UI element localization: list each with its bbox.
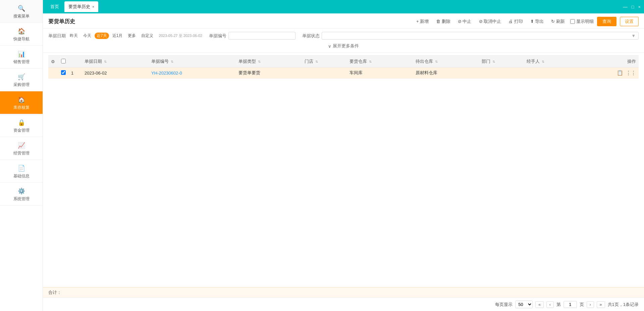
- query-button[interactable]: 查询: [597, 17, 616, 26]
- setting-button[interactable]: 设置: [620, 17, 639, 26]
- date-range-display: 2023-05-27 至 2023-06-02: [159, 33, 202, 38]
- page-size-select[interactable]: 20 50 100 200: [515, 301, 533, 308]
- date-more[interactable]: 更多: [126, 33, 138, 39]
- tab-active[interactable]: 要货单历史 ×: [64, 1, 98, 12]
- date-custom[interactable]: 自定义: [139, 33, 155, 39]
- reqwh-sort-icon[interactable]: ⇅: [369, 60, 372, 63]
- th-date: 单据日期 ⇅: [82, 56, 149, 68]
- sidebar-item-basicinfo[interactable]: 📄 基础信息: [0, 160, 43, 183]
- table-header-row: ⚙ 单据日期 ⇅ 单据编号 ⇅: [48, 56, 639, 68]
- sidebar-item-inventory[interactable]: 🏠 库存核算: [0, 91, 43, 114]
- docno-sort-icon[interactable]: ⇅: [171, 60, 173, 63]
- tab-home[interactable]: 首页: [46, 1, 63, 12]
- stop-button[interactable]: ⊘ 中止: [456, 17, 474, 26]
- new-button[interactable]: + 新增: [414, 17, 431, 26]
- last-page-btn[interactable]: »: [597, 301, 605, 308]
- date-today[interactable]: 今天: [81, 33, 93, 39]
- row-store: [302, 68, 347, 79]
- row-ops: 📋 ⋮⋮: [580, 68, 639, 79]
- display-detail-checkbox[interactable]: [570, 19, 575, 24]
- settings-gear-icon[interactable]: ⚙: [51, 59, 55, 64]
- row-settings: [48, 68, 58, 79]
- delete-button[interactable]: 🗑 删除: [434, 17, 452, 26]
- inventory-icon: 🏠: [18, 96, 25, 103]
- purchase-icon: 🛒: [18, 73, 25, 81]
- th-settings: ⚙: [48, 56, 58, 68]
- th-ops: 操作: [580, 56, 639, 68]
- row-docno: YH-20230602-0: [149, 68, 236, 79]
- th-doctype-label: 单据类型: [238, 59, 256, 64]
- doctype-sort-icon[interactable]: ⇅: [258, 60, 261, 63]
- tab-home-label: 首页: [50, 4, 59, 10]
- expand-more-btn[interactable]: ∨ 展开更多条件: [48, 42, 639, 50]
- sidebar: 🔍 搜索菜单 🏠 快捷导航 📊 销售管理 🛒 采购管理 🏠 库存核算 🔒 资金管…: [0, 0, 43, 311]
- search-menu-icon: 🔍: [18, 5, 25, 12]
- sidebar-item-system[interactable]: ⚙️ 系统管理: [0, 183, 43, 206]
- page-number-input[interactable]: [564, 301, 577, 308]
- display-detail-toggle[interactable]: 显示明细: [570, 18, 594, 25]
- row-date: 2023-06-02: [82, 68, 149, 79]
- th-docno: 单据编号 ⇅: [149, 56, 236, 68]
- row-more-icon[interactable]: ⋮⋮: [626, 70, 636, 76]
- page-label: 第: [556, 302, 561, 308]
- pagination: 每页显示 20 50 100 200 « ‹ 第 页 › » 共1页，1条记录: [43, 298, 644, 311]
- page-size-label: 每页显示: [495, 302, 513, 308]
- th-pendingwh-label: 待出仓库: [416, 59, 433, 64]
- table-area: ⚙ 单据日期 ⇅ 单据编号 ⇅: [43, 53, 644, 287]
- window-close-btn[interactable]: ×: [638, 4, 641, 9]
- th-store: 门店 ⇅: [302, 56, 347, 68]
- row-docno-link[interactable]: YH-20230602-0: [151, 71, 182, 76]
- summary-label: 合计：: [48, 290, 61, 295]
- row-num: 1: [68, 68, 82, 79]
- refresh-button[interactable]: ↻ 刷新: [549, 17, 567, 26]
- date-7days[interactable]: 近7天: [95, 33, 109, 39]
- store-sort-icon[interactable]: ⇅: [315, 60, 318, 63]
- th-reqwh: 要货仓库 ⇅: [347, 56, 413, 68]
- date-yesterday[interactable]: 昨天: [68, 33, 80, 39]
- sidebar-item-purchase[interactable]: 🛒 采购管理: [0, 69, 43, 91]
- sales-icon: 📊: [18, 50, 25, 58]
- sidebar-item-sales-label: 销售管理: [13, 59, 30, 65]
- select-all-checkbox[interactable]: [61, 59, 66, 63]
- handler-sort-icon[interactable]: ⇅: [542, 60, 544, 63]
- expand-chevron-icon: ∨: [328, 44, 331, 49]
- row-reqwh: 车间库: [347, 68, 413, 79]
- row-select-checkbox[interactable]: [61, 70, 66, 75]
- docno-label: 单据编号: [209, 33, 226, 39]
- tab-close-icon[interactable]: ×: [92, 5, 94, 9]
- print-button[interactable]: 🖨 打印: [506, 17, 525, 26]
- status-dropdown-icon: ▼: [631, 33, 636, 38]
- th-dept-label: 部门: [482, 59, 490, 64]
- next-page-btn[interactable]: ›: [587, 301, 594, 308]
- sidebar-item-sales[interactable]: 📊 销售管理: [0, 46, 43, 69]
- window-maximize-btn[interactable]: □: [632, 4, 634, 9]
- sidebar-item-operations[interactable]: 📈 经营管理: [0, 137, 43, 160]
- status-filter-group: 单据状态 ▼: [302, 32, 639, 40]
- row-pendingwh: 原材料仓库: [413, 68, 479, 79]
- row-dept: [479, 68, 524, 79]
- footer-summary: 合计：: [43, 287, 644, 298]
- sidebar-item-basicinfo-label: 基础信息: [13, 173, 30, 179]
- cancel-stop-button[interactable]: ⊘ 取消中止: [477, 17, 503, 26]
- sidebar-item-search[interactable]: 🔍 搜索菜单: [0, 0, 43, 23]
- topbar: 首页 要货单历史 × — □ ×: [43, 0, 644, 13]
- main-area: 首页 要货单历史 × — □ × 要货单历史 + 新增 🗑 删除 ⊘ 中止 ⊘ …: [43, 0, 644, 311]
- date-sort-icon[interactable]: ⇅: [104, 60, 107, 63]
- date-1month[interactable]: 近1月: [110, 33, 125, 39]
- pendingwh-sort-icon[interactable]: ⇅: [435, 60, 438, 63]
- export-button[interactable]: ⬆ 导出: [528, 17, 546, 26]
- sidebar-item-finance[interactable]: 🔒 资金管理: [0, 114, 43, 137]
- topbar-right: — □ ×: [623, 4, 641, 9]
- row-edit-icon[interactable]: 📋: [617, 70, 623, 76]
- dept-sort-icon[interactable]: ⇅: [492, 60, 495, 63]
- sidebar-item-quicknav[interactable]: 🏠 快捷导航: [0, 23, 43, 46]
- prev-page-btn[interactable]: ‹: [546, 301, 554, 308]
- page-suffix: 页: [580, 302, 584, 308]
- status-select-container[interactable]: ▼: [322, 32, 639, 40]
- first-page-btn[interactable]: «: [535, 301, 544, 308]
- sidebar-item-search-label: 搜索菜单: [13, 13, 30, 19]
- th-reqwh-label: 要货仓库: [350, 59, 367, 64]
- docno-input[interactable]: [228, 32, 296, 40]
- table-row[interactable]: 1 2023-06-02 YH-20230602-0 要货单要货 车间库 原材料…: [48, 68, 639, 79]
- window-minimize-btn[interactable]: —: [623, 4, 628, 9]
